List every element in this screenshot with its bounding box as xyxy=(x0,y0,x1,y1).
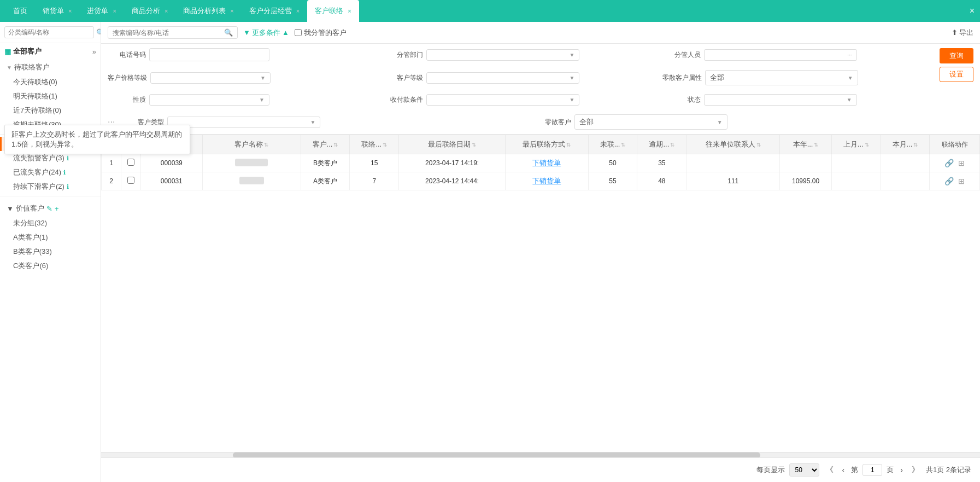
filter-more-button[interactable]: ▼ 更多条件 ▲ xyxy=(243,28,289,38)
row1-checkbox[interactable] xyxy=(121,154,141,172)
nav-close-customer-segment[interactable]: × xyxy=(296,8,300,14)
sidebar-item-declining[interactable]: 持续下滑客户(2) ℹ xyxy=(0,179,101,194)
next-page-button[interactable]: › xyxy=(898,466,905,474)
nav-close-purchase[interactable]: × xyxy=(113,8,116,14)
col-last-method[interactable]: 最后联络方式⇅ xyxy=(506,135,589,154)
info-icon-loss-warning: ℹ xyxy=(67,155,69,162)
filter-cust-level-select[interactable]: ▼ xyxy=(426,72,579,84)
filter-dept-select[interactable]: ▼ xyxy=(426,49,579,61)
sort-contact-count-icon: ⇅ xyxy=(383,142,387,148)
edit-icon[interactable]: ✎ xyxy=(46,205,52,213)
row1-select-checkbox[interactable] xyxy=(127,159,134,166)
sidebar-item-ungroups[interactable]: 未分组(32) xyxy=(0,216,101,230)
filter-gender-select[interactable]: ▼ xyxy=(149,94,269,106)
filter-status-select[interactable]: ▼ xyxy=(704,94,857,106)
row2-link-icon[interactable]: 🔗 xyxy=(944,177,954,185)
grid-icon: ▦ xyxy=(4,48,11,56)
sidebar-item-class-b[interactable]: B类客户(33) xyxy=(0,245,101,259)
filter-phone-input[interactable] xyxy=(149,48,269,61)
sidebar-search-input[interactable] xyxy=(4,26,94,38)
col-uncontacted[interactable]: 未联...⇅ xyxy=(588,135,637,154)
sidebar-item-class-c[interactable]: C类客户(6) xyxy=(0,259,101,273)
export-icon: ⬆ xyxy=(952,28,958,37)
nav-item-product-analysis[interactable]: 商品分析 × xyxy=(124,0,175,22)
nav-close-customer-contact[interactable]: × xyxy=(348,8,351,14)
col-contact-person[interactable]: 往来单位联系人⇅ xyxy=(686,135,780,154)
row2-checkbox[interactable] xyxy=(121,172,141,190)
export-button[interactable]: ⬆ 导出 xyxy=(952,28,973,38)
table-row: 1 000039 B类客户 15 2023-04-17 14:19: 下销货单 … xyxy=(102,154,980,172)
row2-last-method[interactable]: 下销货单 xyxy=(506,172,589,190)
nav-item-customer-contact[interactable]: 客户联络 × xyxy=(307,0,359,22)
sidebar-group-pending-title[interactable]: ▼ 待联络客户 xyxy=(0,60,101,75)
add-icon[interactable]: + xyxy=(55,205,59,213)
filter-dept-label: 分管部门 xyxy=(385,50,423,60)
sidebar-item-class-a[interactable]: A类客户(1) xyxy=(0,230,101,245)
filter-retail-attr-select[interactable]: 全部 ▼ xyxy=(705,70,858,85)
filter-payment-select[interactable]: ▼ xyxy=(426,94,579,106)
filter-price-level: 客户价格等级 ▼ xyxy=(108,72,379,84)
row2-contact-person: 111 xyxy=(686,172,780,190)
row2-select-checkbox[interactable] xyxy=(127,177,134,184)
col-contact-count[interactable]: 联络...⇅ xyxy=(350,135,399,154)
nav-close-sales[interactable]: × xyxy=(68,8,72,14)
page-size-select[interactable]: 20 50 100 xyxy=(789,463,819,477)
nav-item-product-list[interactable]: 商品分析列表 × xyxy=(175,0,241,22)
search-icon-button[interactable]: 🔍 xyxy=(224,28,233,37)
nav-item-customer-segment[interactable]: 客户分层经营 × xyxy=(242,0,307,22)
filter-retail-attr-label: 零散客户属性 xyxy=(662,73,702,83)
my-customer-checkbox[interactable] xyxy=(295,29,302,36)
nav-close-product-analysis[interactable]: × xyxy=(165,8,168,14)
window-close-button[interactable]: × xyxy=(970,6,975,16)
nav-item-sales[interactable]: 销货单 × xyxy=(35,0,79,22)
col-actions: 联络动作 xyxy=(930,135,980,154)
row1-grid-icon[interactable]: ⊞ xyxy=(958,159,965,167)
customer-table: ⚙ 客户编码⇅ 客户名称⇅ 客户...⇅ xyxy=(101,135,980,190)
sidebar-item-today[interactable]: 今天待联络(0) xyxy=(0,75,101,89)
filter-icon: ▼ xyxy=(243,28,250,37)
sidebar-item-tomorrow[interactable]: 明天待联络(1) xyxy=(0,89,101,103)
first-page-button[interactable]: 《 xyxy=(824,465,836,475)
filter-action-buttons: 查询 设置 xyxy=(940,48,973,82)
settings-button[interactable]: 设置 xyxy=(940,67,973,82)
col-last-date[interactable]: 最后联络日期⇅ xyxy=(399,135,506,154)
filter-price-level-select[interactable]: ▼ xyxy=(150,72,271,84)
query-button[interactable]: 查询 xyxy=(940,48,973,63)
page-number-input[interactable] xyxy=(862,464,882,476)
sidebar-all-customers[interactable]: ▦ 全部客户 » xyxy=(0,43,101,60)
col-last-month[interactable]: 上月...⇅ xyxy=(831,135,881,154)
row1-last-method[interactable]: 下销货单 xyxy=(506,154,589,172)
my-customer-checkbox-wrap[interactable]: 我分管的客户 xyxy=(295,28,347,38)
sort-uncontacted-icon: ⇅ xyxy=(621,142,625,148)
prev-page-button[interactable]: ‹ xyxy=(840,466,847,474)
sidebar-collapse-icon[interactable]: » xyxy=(92,48,96,56)
last-page-button[interactable]: 》 xyxy=(909,465,922,475)
sidebar-item-lost[interactable]: 已流失客户(24) ℹ xyxy=(0,165,101,179)
row1-link-icon[interactable]: 🔗 xyxy=(944,159,954,167)
sidebar-item-7days[interactable]: 近7天待联络(0) xyxy=(0,103,101,118)
group-arrow-icon: ▼ xyxy=(7,65,12,71)
col-name[interactable]: 客户名称⇅ xyxy=(202,135,301,154)
filter-cust-level: 客户等级 ▼ xyxy=(385,72,656,84)
info-icon-lost: ℹ xyxy=(63,169,66,176)
cust-type-arrow: ▼ xyxy=(310,119,315,125)
row2-grid-icon[interactable]: ⊞ xyxy=(958,177,965,185)
search-input[interactable] xyxy=(113,29,222,37)
sort-name-icon: ⇅ xyxy=(264,142,268,148)
filter-retail-select[interactable]: 全部 ▼ xyxy=(574,114,727,130)
col-this-year[interactable]: 本年...⇅ xyxy=(780,135,832,154)
retail-arrow: ▼ xyxy=(717,119,723,125)
filter-person-select[interactable]: ··· xyxy=(704,49,857,61)
sidebar-search-icon[interactable]: 🔍 xyxy=(96,28,101,37)
filter-cust-type-select[interactable]: ▼ xyxy=(167,117,320,128)
nav-item-purchase[interactable]: 进货单 × xyxy=(79,0,124,22)
nav-item-home[interactable]: 首页 xyxy=(5,0,35,22)
filter-status-label: 状态 xyxy=(662,95,701,104)
filter-row-1: 电话号码 分管部门 ▼ 分管人员 ··· xyxy=(108,48,934,61)
col-this-month[interactable]: 本月...⇅ xyxy=(881,135,930,154)
nav-close-product-list[interactable]: × xyxy=(230,8,233,14)
col-cust-type[interactable]: 客户...⇅ xyxy=(301,135,350,154)
col-overdue[interactable]: 逾期...⇅ xyxy=(637,135,686,154)
row2-code: 000031 xyxy=(141,172,203,190)
horizontal-scrollbar[interactable] xyxy=(101,452,980,457)
